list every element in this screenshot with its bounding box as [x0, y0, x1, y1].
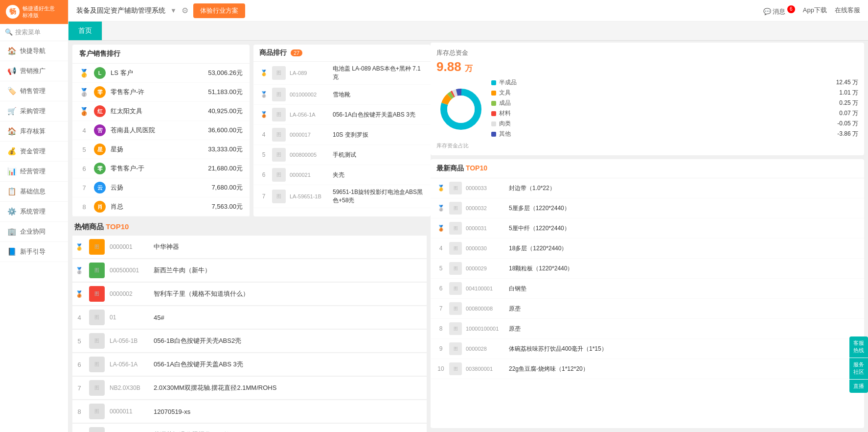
- hot-product-name: 中华神器: [154, 242, 425, 251]
- sidebar-item-sales[interactable]: 🏷️销售管理: [0, 81, 68, 101]
- tr-rank: 4: [259, 131, 268, 138]
- hot-product-item: 🥈 图 000500001 新西兰牛肉（新牛）: [72, 259, 427, 282]
- rank-badge: 苦: [94, 124, 106, 136]
- sidebar-item-purchase[interactable]: 🛒采购管理: [0, 101, 68, 121]
- rank-amount: 7,680.00元: [211, 183, 243, 192]
- left-panel: 客户销售排行 🥇 L LS 客户 53,006.26元 🥈 零 零售客户-许 5…: [69, 41, 431, 432]
- tr-rank: 7: [259, 193, 268, 200]
- new-product-name: 白钢垫: [509, 285, 858, 293]
- new-rank: 9: [436, 345, 445, 352]
- legend-dot: [491, 80, 496, 85]
- sidebar-item-system-mgmt[interactable]: ⚙️系统管理: [0, 202, 68, 222]
- tr-product-name: 手机测试: [333, 151, 425, 159]
- float-buttons: 客服热线 服务社区 直播: [849, 336, 868, 393]
- hot-product-code: NB2.0X30B: [110, 384, 149, 391]
- sidebar-item-marketing[interactable]: 📢营销推广: [0, 61, 68, 81]
- hot-product-code: 01: [110, 314, 149, 321]
- new-product-name: 18多层（1220*2440）: [509, 244, 858, 253]
- newest-product-item: 🥉 图 0000031 5厘中纤（1220*2440）: [431, 218, 864, 239]
- product-ranking-badge: 27: [291, 49, 302, 56]
- online-service-btn[interactable]: 在线客服: [835, 6, 860, 15]
- sidebar-item-enterprise[interactable]: 🏢企业协同: [0, 222, 68, 242]
- new-product-name: 5厘中纤（1220*2440）: [509, 224, 858, 233]
- rank-badge: 零: [94, 163, 106, 174]
- hot-product-img: 图: [89, 333, 105, 349]
- new-rank: 5: [436, 265, 445, 272]
- sidebar-item-operations[interactable]: 📊经营管理: [0, 162, 68, 182]
- ranking-item: 🥉 红 红太阳文具 40,925.00元: [72, 102, 250, 121]
- hot-product-name: 056-1B白色按键开关壳ABS2壳: [154, 336, 425, 345]
- hot-rank: 6: [74, 361, 84, 368]
- sidebar-item-finance[interactable]: 💰资金管理: [0, 142, 68, 162]
- newest-product-item: 8 图 10000100001 原垄: [431, 319, 864, 339]
- hot-product-name: 2.0X30MM双摆花轴.摆花直径2.1MM/ROHS: [154, 384, 425, 392]
- bronze-medal: 🥉: [79, 107, 89, 116]
- hot-product-item: 🥇 图 0000001 中华神器: [72, 236, 427, 259]
- tr-product-code: 001000002: [290, 92, 329, 97]
- tab-home[interactable]: 首页: [69, 22, 102, 40]
- hot-product-code: 0000001: [110, 243, 149, 250]
- newest-product-item: 5 图 0000029 18颗粒板（1220*2440）: [431, 259, 864, 279]
- hot-product-img: 图: [89, 263, 105, 278]
- new-product-name: 18颗粒板（1220*2440）: [509, 264, 858, 273]
- hot-products-section: 热销商品 TOP10 🥇 图 0000001 中华神器 🥈 图 00050000…: [72, 216, 427, 432]
- ranking-item: 🥇 L LS 客户 53,006.26元: [72, 64, 250, 83]
- new-rank: 8: [436, 325, 445, 332]
- newest-products-list: 🥇 图 0000033 封边带（1.0*22） 🥈 图 0000032 5厘多层…: [431, 178, 864, 379]
- rank-badge: 肖: [94, 201, 106, 213]
- rank-name: 零售客户-许: [111, 88, 203, 96]
- tr-rank: 🥇: [259, 70, 268, 76]
- search-menu[interactable]: 🔍 搜索菜单: [0, 24, 68, 41]
- float-btn-live[interactable]: 直播: [849, 380, 868, 393]
- new-product-code: 0000032: [466, 205, 505, 211]
- settings-icon[interactable]: ⚙: [182, 6, 188, 15]
- new-product-name: 体碗荔枝味苏打饮品400毫升（1*15）: [509, 345, 858, 353]
- hot-product-code: 0000002: [110, 290, 149, 297]
- tr-product-code: 0000017: [290, 132, 329, 138]
- sidebar-item-basic-info[interactable]: 📋基础信息: [0, 182, 68, 202]
- new-product-img: 图: [449, 362, 462, 375]
- sidebar-item-quick-nav[interactable]: 🏠快捷导航: [0, 41, 68, 61]
- newest-products-card: 最新商品 TOP10 🥇 图 0000033 封边带（1.0*22） 🥈 图 0…: [431, 159, 864, 428]
- legend-value: 1.01 万: [839, 89, 858, 97]
- new-product-code: 004100001: [466, 286, 505, 291]
- new-rank: 4: [436, 245, 445, 252]
- newest-product-item: 🥈 图 0000032 5厘多层（1220*2440）: [431, 198, 864, 218]
- float-btn-community[interactable]: 服务社区: [849, 358, 868, 379]
- legend-item: 材料 0.07 万: [491, 109, 858, 118]
- tr-product-img: 图: [272, 148, 286, 162]
- app-download-btn[interactable]: App下载: [803, 6, 827, 15]
- new-rank: 6: [436, 285, 445, 292]
- hot-product-name: 45#: [154, 314, 425, 321]
- message-badge: 6: [787, 5, 795, 13]
- rank-name: 零售客户-于: [111, 164, 203, 173]
- hot-product-img: 图: [89, 286, 105, 302]
- hot-product-code: 000500001: [110, 267, 149, 274]
- legend-value: 0.07 万: [839, 109, 858, 118]
- ranking-item: 4 苦 苍南县人民医院 36,600.00元: [72, 121, 250, 140]
- new-product-img: 图: [449, 342, 462, 355]
- new-product-img: 图: [449, 242, 462, 255]
- float-btn-service[interactable]: 客服热线: [849, 336, 868, 358]
- new-product-code: 10000100001: [466, 326, 505, 332]
- tr-rank: 6: [259, 171, 268, 178]
- new-rank: 10: [436, 365, 445, 372]
- menu-icon-system-mgmt: ⚙️: [7, 207, 16, 216]
- tr-rank: 🥉: [259, 111, 268, 118]
- hot-rank: 7: [74, 384, 84, 392]
- sidebar-item-beginner[interactable]: 📘新手引导: [0, 242, 68, 262]
- menu-icon-operations: 📊: [7, 167, 16, 176]
- hot-product-name: 12070519-xs: [154, 408, 425, 415]
- message-icon[interactable]: 💬 消息 6: [763, 5, 795, 16]
- product-ranking-item: 🥉 图 LA-056-1A 056-1A白色按键开关盖ABS 3壳: [253, 105, 431, 125]
- menu-icon-enterprise: 🏢: [7, 227, 16, 236]
- trial-button[interactable]: 体验行业方案: [193, 3, 245, 18]
- legend-label: 文具: [499, 89, 836, 97]
- menu-icon-basic-info: 📋: [7, 187, 16, 196]
- rank-name: 红太阳文具: [111, 107, 203, 116]
- sidebar-item-inventory[interactable]: 🏠库存核算: [0, 121, 68, 142]
- new-product-img: 图: [449, 282, 462, 295]
- top-header: 装备及固定资产辅助管理系统 ▼ ⚙ 体验行业方案 💬 消息 6 App下载 在线…: [69, 0, 868, 22]
- legend-label: 其他: [499, 130, 834, 138]
- dropdown-arrow[interactable]: ▼: [170, 7, 177, 14]
